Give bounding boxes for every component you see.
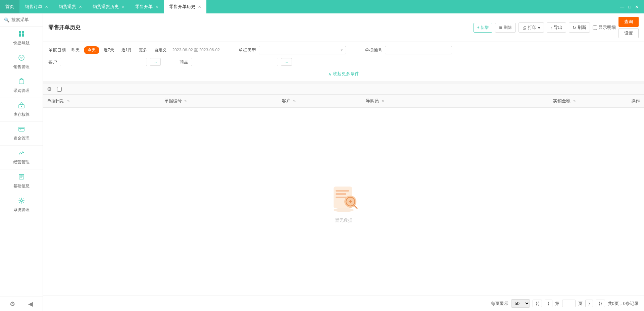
window-maximize[interactable]: □ <box>628 4 631 9</box>
col-salesperson-sort-icon[interactable]: ⇅ <box>382 99 384 103</box>
prev-page-btn[interactable]: ⟨ <box>545 300 552 307</box>
date-btn-custom[interactable]: 自定义 <box>151 46 169 54</box>
date-btn-last7[interactable]: 近7天 <box>101 46 117 54</box>
tab-retail-open-history-close[interactable]: ✕ <box>198 5 201 9</box>
tab-sales-return-history-label: 销货退货历史 <box>93 4 119 10</box>
order-no-input[interactable] <box>385 46 452 54</box>
date-btn-last-month[interactable]: 近1月 <box>118 46 135 54</box>
main-layout: 🔍 搜索采单 快捷导航 销售管理 采购管理 库存核算 <box>0 13 644 311</box>
purchase-icon <box>18 78 25 87</box>
date-btn-today[interactable]: 今天 <box>84 46 99 54</box>
product-input[interactable] <box>191 58 278 66</box>
page-number-input[interactable]: 1 <box>562 300 576 307</box>
tab-sales-order-label: 销售订单 <box>25 4 42 10</box>
sidebar-item-base-info[interactable]: 基础信息 <box>0 169 43 193</box>
next-page-btn[interactable]: ⟩ <box>585 300 593 307</box>
date-btn-yesterday[interactable]: 昨天 <box>68 46 83 54</box>
export-icon: ↑ <box>550 25 553 30</box>
per-page-select[interactable]: 50 100 200 <box>511 299 530 308</box>
svg-rect-2 <box>19 34 21 37</box>
sidebar-item-purchase-mgmt[interactable]: 采购管理 <box>0 74 43 98</box>
sidebar-item-inventory[interactable]: 库存核算 <box>0 98 43 122</box>
tab-retail-open[interactable]: 零售开单 ✕ <box>130 0 164 13</box>
order-type-select[interactable]: ▾ <box>259 46 346 54</box>
table-settings-icon[interactable]: ⚙ <box>47 86 52 92</box>
first-page-btn[interactable]: ⟨⟨ <box>533 300 542 307</box>
col-date[interactable]: 单据日期 ⇅ <box>43 95 160 108</box>
tab-sales-return-history[interactable]: 销货退货历史 ✕ <box>87 0 130 13</box>
col-amount-sort-icon[interactable]: ⇅ <box>573 99 576 103</box>
add-button[interactable]: + 新增 <box>474 23 492 33</box>
top-navigation: 首页 销售订单 ✕ 销货退货 ✕ 销货退货历史 ✕ 零售开单 ✕ 零售开单历史 … <box>0 0 644 13</box>
col-customer-sort-icon[interactable]: ⇅ <box>293 99 296 103</box>
filter-order-no: 单据编号 <box>365 46 452 54</box>
sidebar-item-operations[interactable]: 经营管理 <box>0 146 43 169</box>
sidebar-item-sales-mgmt[interactable]: 销售管理 <box>0 50 43 74</box>
last-page-btn[interactable]: ⟩⟩ <box>596 300 605 307</box>
order-type-label: 单据类型 <box>239 47 256 53</box>
sidebar-item-finance[interactable]: 资金管理 <box>0 122 43 146</box>
delete-button[interactable]: 🗑 删除 <box>495 23 515 33</box>
svg-rect-8 <box>19 127 24 131</box>
page-header: 零售开单历史 + 新增 🗑 删除 🖨 打印 ▾ ↑ 导出 ↻ 刷新 <box>43 13 644 42</box>
settings-button[interactable]: 设置 <box>618 28 639 38</box>
sidebar-item-base-info-label: 基础信息 <box>13 183 30 189</box>
sidebar-item-sales-label: 销售管理 <box>13 64 30 70</box>
print-label: 打印 <box>528 24 537 31</box>
table-toolbar: ⚙ <box>43 84 644 95</box>
customer-picker-btn[interactable]: ··· <box>150 58 161 66</box>
refresh-button[interactable]: ↻ 刷新 <box>569 22 590 33</box>
sidebar-search[interactable]: 🔍 搜索采单 <box>0 13 43 27</box>
empty-text: 暂无数据 <box>335 217 352 223</box>
tab-home[interactable]: 首页 <box>0 0 19 13</box>
customer-input[interactable] <box>60 58 147 66</box>
sidebar-item-quick-nav[interactable]: 快捷导航 <box>0 27 43 50</box>
tab-retail-open-history-label: 零售开单历史 <box>169 4 195 10</box>
table-header-row: 单据日期 ⇅ 单据编号 ⇅ 客户 ⇅ 导购员 ⇅ <box>43 95 644 108</box>
query-button[interactable]: 查询 <box>618 17 639 27</box>
select-all-checkbox[interactable] <box>57 87 62 92</box>
col-date-sort-icon[interactable]: ⇅ <box>67 99 70 103</box>
sidebar-item-system[interactable]: 系统管理 <box>0 193 43 217</box>
tab-retail-open-close[interactable]: ✕ <box>155 5 158 9</box>
window-close[interactable]: ✕ <box>635 4 639 9</box>
col-no[interactable]: 单据编号 ⇅ <box>160 95 278 108</box>
date-btn-more[interactable]: 更多 <box>136 46 150 54</box>
sidebar-item-operations-label: 经营管理 <box>13 159 30 165</box>
svg-rect-14 <box>336 190 349 192</box>
toolbar: + 新增 🗑 删除 🖨 打印 ▾ ↑ 导出 ↻ 刷新 显示明细 <box>474 17 639 38</box>
tab-sales-return[interactable]: 销货退货 ✕ <box>53 0 87 13</box>
display-detail-checkbox[interactable] <box>593 25 597 30</box>
col-no-sort-icon[interactable]: ⇅ <box>184 99 187 103</box>
sidebar-collapse-icon[interactable]: ◀ <box>28 300 33 308</box>
print-icon: 🖨 <box>522 25 527 30</box>
col-salesperson[interactable]: 导购员 ⇅ <box>362 95 462 108</box>
col-customer[interactable]: 客户 ⇅ <box>278 95 362 108</box>
tab-sales-return-history-close[interactable]: ✕ <box>121 5 125 9</box>
export-label: 导出 <box>554 24 562 31</box>
print-button[interactable]: 🖨 打印 ▾ <box>518 22 544 33</box>
product-picker-btn[interactable]: ··· <box>281 58 292 66</box>
export-button[interactable]: ↑ 导出 <box>547 22 566 33</box>
content-area: 零售开单历史 + 新增 🗑 删除 🖨 打印 ▾ ↑ 导出 ↻ 刷新 <box>43 13 644 311</box>
tab-sales-order[interactable]: 销售订单 ✕ <box>19 0 53 13</box>
product-label: 商品 <box>180 59 188 65</box>
collapse-filter-btn[interactable]: ∧ 收起更多条件 <box>48 69 639 78</box>
svg-rect-0 <box>19 31 21 34</box>
svg-point-9 <box>20 129 21 130</box>
tab-sales-return-close[interactable]: ✕ <box>79 5 82 9</box>
total-records: 共0页，0条记录 <box>608 301 639 307</box>
settings-gear-icon[interactable]: ⚙ <box>10 300 15 308</box>
tab-retail-open-history[interactable]: 零售开单历史 ✕ <box>164 0 206 13</box>
window-actions: — □ ✕ <box>620 4 644 9</box>
tab-sales-order-close[interactable]: ✕ <box>45 5 48 9</box>
display-detail-toggle[interactable]: 显示明细 <box>593 24 616 31</box>
col-date-label: 单据日期 <box>47 98 64 103</box>
sidebar-item-quick-nav-label: 快捷导航 <box>13 40 30 46</box>
col-amount[interactable]: 实销金额 ⇅ <box>462 95 580 108</box>
filter-customer: 客户 ··· <box>48 58 161 66</box>
window-minimize[interactable]: — <box>620 4 624 9</box>
svg-point-7 <box>21 106 22 107</box>
display-detail-label: 显示明细 <box>598 24 616 31</box>
svg-point-12 <box>334 208 354 212</box>
